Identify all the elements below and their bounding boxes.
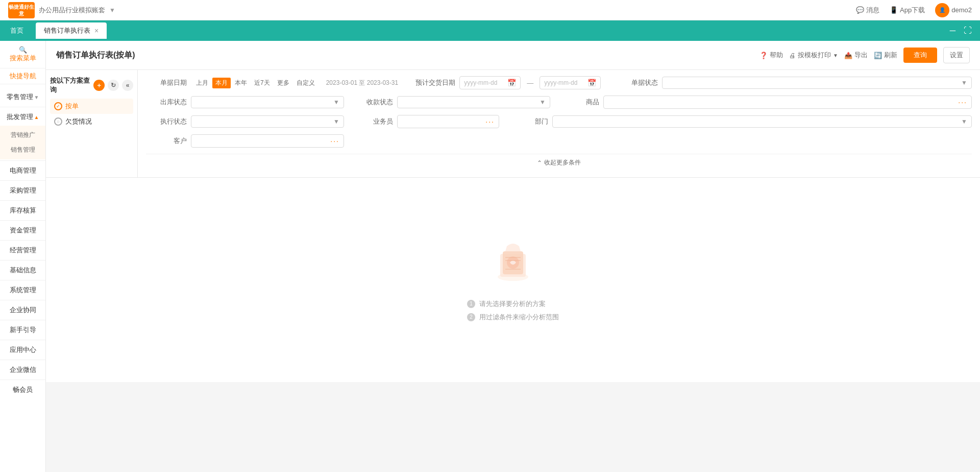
sidebar-item-basics[interactable]: 基础信息	[0, 262, 45, 279]
payment-status-field: 收款状态 ▼	[352, 96, 550, 108]
department-label: 部门	[507, 117, 548, 126]
sidebar-item-inventory[interactable]: 库存核算	[0, 202, 45, 219]
sidebar-search[interactable]: 🔍 搜索菜单	[0, 41, 45, 68]
customer-field: 客户 ···	[146, 134, 344, 148]
date-range-text: 2023-03-01 至 2023-03-31	[326, 79, 398, 87]
divider-13	[0, 380, 45, 380]
filter-panel: 按以下方案查询 ＋ ↻ « ✓ 按单 ○ 欠货情况	[46, 70, 980, 178]
page-header: 销售订单执行表(按单) ❓ 帮助 🖨 按模板打印 ▼ 📤 导出 🔄 刷新	[46, 41, 980, 70]
date-tab-this-year[interactable]: 本年	[232, 78, 250, 88]
collapse-scheme-btn[interactable]: «	[122, 80, 133, 91]
sidebar-item-sales[interactable]: 销售管理	[0, 143, 45, 157]
doc-status-arrow: ▼	[961, 79, 967, 86]
date-tab-custom[interactable]: 自定义	[293, 78, 318, 88]
department-select[interactable]: ▼	[552, 115, 972, 128]
topbar-left: 畅捷通好生意 办公用品行业模拟账套 ▼	[8, 2, 115, 18]
exec-status-arrow: ▼	[333, 118, 339, 125]
tip-row-2: 2 用过滤条件来缩小分析范围	[467, 311, 559, 324]
user-menu[interactable]: 👤 demo2	[935, 3, 972, 17]
sidebar-item-vip[interactable]: 畅会员	[0, 381, 45, 398]
query-button[interactable]: 查询	[903, 48, 937, 63]
settings-button[interactable]: 设置	[943, 47, 970, 63]
filter-row-3: 执行状态 ▼ 业务员 ···	[146, 115, 972, 128]
empty-tips: 1 请先选择要分析的方案 2 用过滤条件来缩小分析范围	[467, 297, 559, 324]
tab-minimize-btn[interactable]: ─	[948, 24, 958, 37]
doc-status-label: 单据状态	[617, 78, 658, 87]
date-tab-more[interactable]: 更多	[274, 78, 292, 88]
message-btn[interactable]: 💬 消息	[856, 6, 879, 15]
sidebar-item-purchase[interactable]: 采购管理	[0, 182, 45, 199]
filter-right-panel: 单据日期 上月 本月 本年 近7天 更多 自定义 2023-03-0	[138, 70, 980, 177]
filter-row-4: 客户 ···	[146, 134, 972, 148]
sidebar-item-newbie[interactable]: 新手引导	[0, 321, 45, 339]
out-status-arrow: ▼	[333, 99, 339, 106]
product-select[interactable]: ···	[603, 96, 972, 109]
tabbar-actions: ─ ⛶	[948, 24, 980, 37]
sidebar-item-ecommerce[interactable]: 电商管理	[0, 162, 45, 179]
doc-status-select[interactable]: ▼	[662, 77, 972, 89]
topbar-arrow[interactable]: ▼	[109, 7, 115, 14]
scheme-item-shortage[interactable]: ○ 欠货情况	[50, 114, 133, 129]
refresh-scheme-btn[interactable]: ↻	[108, 80, 119, 91]
sidebar-item-system[interactable]: 系统管理	[0, 281, 45, 299]
expected-date-label: 预计交货日期	[414, 78, 455, 87]
sidebar-section: 零售管理 ▼ 批发管理 ▲ 营销推广 销售管理 电商管理	[0, 84, 45, 403]
scheme-icon-active: ✓	[54, 102, 62, 110]
out-status-select[interactable]: ▼	[191, 96, 344, 108]
date-tab-last-month[interactable]: 上月	[193, 78, 211, 88]
collapse-filter-btn[interactable]: ⌃ 收起更多条件	[146, 154, 972, 171]
help-btn[interactable]: ❓ 帮助	[760, 51, 783, 60]
product-dots[interactable]: ···	[958, 98, 967, 106]
refresh-btn[interactable]: 🔄 刷新	[874, 51, 897, 60]
expected-date-to[interactable]: yyyy-mm-dd 📅	[540, 76, 601, 89]
search-icon: 🔍	[19, 46, 27, 54]
export-btn[interactable]: 📤 导出	[844, 51, 868, 60]
customer-select[interactable]: ···	[191, 134, 344, 148]
customer-label: 客户	[146, 136, 187, 146]
tab-close-btn[interactable]: ×	[94, 27, 99, 35]
exec-status-label: 执行状态	[146, 117, 187, 126]
payment-status-select[interactable]: ▼	[397, 96, 550, 108]
date-separator: —	[525, 79, 535, 87]
logo: 畅捷通好生意	[8, 2, 35, 18]
doc-status-field: 单据状态 ▼	[617, 77, 972, 89]
sidebar-item-retail[interactable]: 零售管理 ▼	[0, 88, 45, 106]
payment-status-label: 收款状态	[352, 98, 393, 107]
add-scheme-btn[interactable]: ＋	[93, 80, 105, 91]
expected-date-from[interactable]: yyyy-mm-dd 📅	[459, 76, 521, 89]
sidebar-item-finance[interactable]: 资金管理	[0, 222, 45, 239]
tab-active-label: 销售订单执行表	[44, 26, 90, 35]
salesperson-select[interactable]: ···	[397, 115, 499, 128]
sidebar-item-wechat[interactable]: 企业微信	[0, 361, 45, 379]
scheme-item-by-order[interactable]: ✓ 按单	[50, 99, 133, 114]
salesperson-dots[interactable]: ···	[485, 117, 495, 126]
tip-text-2: 用过滤条件来缩小分析范围	[479, 311, 559, 324]
logo-text: 畅捷通好生意	[8, 4, 35, 17]
date-tabs: 上月 本月 本年 近7天 更多 自定义	[193, 78, 318, 88]
date-tab-this-month[interactable]: 本月	[212, 78, 231, 88]
print-btn[interactable]: 🖨 按模板打印 ▼	[789, 51, 838, 60]
filter-row-1: 单据日期 上月 本月 本年 近7天 更多 自定义 2023-03-0	[146, 76, 972, 89]
divider-11	[0, 340, 45, 340]
sidebar-item-apps[interactable]: 应用中心	[0, 341, 45, 359]
tab-active[interactable]: 销售订单执行表 ×	[36, 22, 107, 39]
sidebar-nav-label: 快捷导航	[10, 72, 36, 80]
sidebar-item-marketing[interactable]: 营销推广	[0, 128, 45, 143]
app-download-btn[interactable]: 📱 App下载	[890, 6, 925, 15]
exec-status-field: 执行状态 ▼	[146, 115, 344, 128]
exec-status-select[interactable]: ▼	[191, 115, 344, 128]
sidebar-quick-nav[interactable]: 快捷导航	[0, 68, 45, 84]
customer-dots[interactable]: ···	[330, 137, 339, 145]
tip-row-1: 1 请先选择要分析的方案	[467, 297, 559, 311]
print-icon: 🖨	[789, 52, 796, 59]
sidebar-item-wholesale[interactable]: 批发管理 ▲	[0, 108, 45, 126]
product-field: 商品 ···	[558, 96, 972, 109]
date-tab-7days[interactable]: 近7天	[251, 78, 273, 88]
tab-maximize-btn[interactable]: ⛶	[962, 24, 974, 37]
refresh-icon: 🔄	[874, 52, 882, 59]
sidebar-item-enterprise[interactable]: 企业协同	[0, 301, 45, 319]
sidebar-item-operations[interactable]: 经营管理	[0, 242, 45, 259]
export-icon: 📤	[844, 52, 852, 59]
tab-home[interactable]: 首页	[0, 20, 34, 41]
page-title: 销售订单执行表(按单)	[56, 50, 135, 67]
